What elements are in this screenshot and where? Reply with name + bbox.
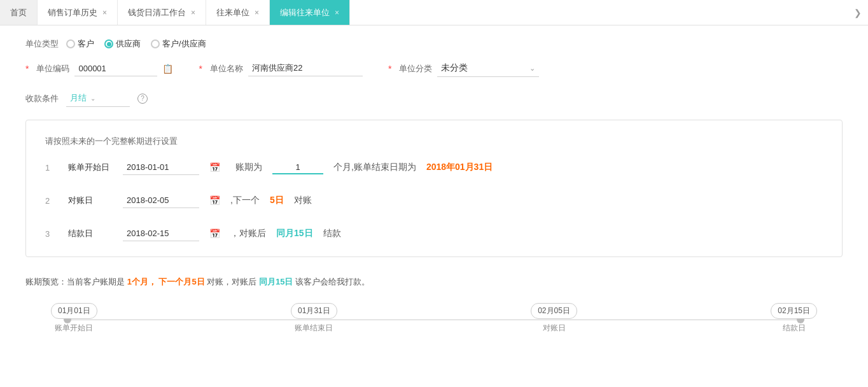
bubble-3: 02月05日	[531, 303, 577, 319]
radio-circle-customer	[66, 39, 75, 48]
main-content: 单位类型 客户 供应商 客户/供应商 * 单位编码 📋 * 单位名称	[0, 25, 868, 387]
period-input[interactable]	[272, 161, 323, 174]
reconcile-suffix: 对账	[294, 195, 312, 206]
preview-end: 该客户会给我打款。	[295, 277, 370, 286]
timeline-point-1: 01月01日 账单开始日	[51, 303, 97, 334]
timeline-point-4: 02月15日 结款日	[771, 303, 817, 334]
unit-code-input[interactable]	[74, 61, 157, 76]
unit-name-input[interactable]	[248, 61, 363, 76]
tab-close-edit[interactable]: ×	[335, 8, 339, 17]
payment-suffix: 结款	[323, 228, 341, 239]
unit-fields-row: * 单位编码 📋 * 单位名称 * 单位分类 未分类 ⌄	[25, 60, 843, 77]
date-input-2[interactable]	[123, 193, 199, 208]
row-label-1: 账单开始日	[68, 162, 113, 173]
timeline-points: 01月01日 账单开始日 01月31日 账单结束日 02月05日 对账日	[51, 303, 817, 334]
payment-prefix: ，对账后	[230, 228, 266, 239]
unit-category-label: 单位分类	[399, 63, 432, 74]
payment-day: 同月15日	[276, 228, 313, 239]
bubble-2: 01月31日	[291, 303, 337, 319]
preview-section: 账期预览：当前客户账期是 1个月， 下一个月5日 对账，对账后 同月15日 该客…	[25, 270, 843, 372]
payment-row: 收款条件 月结 ⌄ ?	[25, 90, 843, 107]
category-arrow-icon: ⌄	[529, 64, 535, 73]
sublabel-2: 账单结束日	[295, 323, 333, 334]
bubble-4: 02月15日	[771, 303, 817, 319]
sublabel-3: 对账日	[543, 323, 566, 334]
unit-name-group: * 单位名称	[199, 61, 362, 76]
unit-type-label: 单位类型	[25, 38, 59, 50]
date-input-1[interactable]	[123, 160, 199, 175]
date-input-3[interactable]	[123, 226, 199, 241]
settings-title: 请按照未来的一个完整帐期进行设置	[45, 136, 823, 147]
row-label-3: 结款日	[68, 228, 113, 239]
tab-chevron[interactable]: ❯	[848, 0, 868, 25]
radio-supplier[interactable]: 供应商	[104, 38, 141, 50]
radio-circle-supplier	[104, 39, 113, 48]
settings-row-1: 1 账单开始日 📅 账期为 个月,账单结束日期为 2018年01月31日	[45, 160, 823, 175]
tab-sales-history[interactable]: 销售订单历史 ×	[38, 0, 118, 25]
end-date-highlight: 2018年01月31日	[426, 162, 493, 173]
preview-part2: 下一个月5日	[158, 277, 204, 286]
row-num-1: 1	[45, 163, 58, 172]
calendar-icon-2[interactable]: 📅	[209, 195, 220, 206]
tab-home[interactable]: 首页	[0, 0, 38, 25]
unit-name-label: 单位名称	[210, 63, 243, 74]
radio-group: 客户 供应商 客户/供应商	[66, 38, 206, 50]
tab-edit-partner[interactable]: 编辑往来单位 ×	[270, 0, 350, 25]
sublabel-4: 结款日	[783, 323, 806, 334]
radio-customer[interactable]: 客户	[66, 38, 94, 50]
period-suffix: 个月,账单结束日期为	[333, 162, 416, 173]
reconcile-day: 5日	[270, 195, 284, 206]
unit-category-dropdown[interactable]: 未分类 ⌄	[437, 60, 539, 77]
calendar-icon-3[interactable]: 📅	[209, 229, 220, 239]
calendar-icon-code[interactable]: 📋	[162, 64, 173, 74]
tab-close-cash[interactable]: ×	[191, 8, 195, 17]
row-num-2: 2	[45, 196, 58, 206]
period-prefix: 账期为	[235, 162, 262, 173]
tab-close-partner[interactable]: ×	[255, 8, 259, 17]
timeline-point-2: 01月31日 账单结束日	[291, 303, 337, 334]
payment-arrow-icon: ⌄	[90, 95, 95, 102]
radio-circle-both	[151, 39, 160, 48]
radio-both[interactable]: 客户/供应商	[151, 38, 206, 50]
calendar-icon-1[interactable]: 📅	[209, 162, 220, 172]
preview-text: 账期预览：当前客户账期是 1个月， 下一个月5日 对账，对账后 同月15日 该客…	[25, 276, 843, 288]
tab-close-sales[interactable]: ×	[102, 8, 107, 17]
payment-label: 收款条件	[25, 93, 59, 104]
unit-category-group: * 单位分类 未分类 ⌄	[388, 60, 539, 77]
preview-middle: 对账，对账后	[207, 277, 256, 286]
tab-partner[interactable]: 往来单位 ×	[206, 0, 270, 25]
preview-part1: 1个月，	[127, 277, 157, 286]
timeline-point-3: 02月05日 对账日	[531, 303, 577, 334]
settings-row-2: 2 对账日 📅 ,下一个 5日 对账	[45, 193, 823, 208]
row-num-3: 3	[45, 229, 58, 239]
row-label-2: 对账日	[68, 195, 113, 206]
payment-dropdown[interactable]: 月结 ⌄	[66, 90, 130, 107]
timeline-wrapper: 01月01日 账单开始日 01月31日 账单结束日 02月05日 对账日	[25, 303, 843, 359]
preview-part3: 同月15日	[259, 277, 293, 286]
settings-row-3: 3 结款日 📅 ，对账后 同月15日 结款	[45, 226, 823, 241]
tab-cash-workbench[interactable]: 钱货日清工作台 ×	[118, 0, 206, 25]
payment-value: 月结	[70, 92, 87, 104]
unit-code-label: 单位编码	[36, 63, 69, 74]
bubble-1: 01月01日	[51, 303, 97, 319]
tab-bar: 首页 销售订单历史 × 钱货日清工作台 × 往来单位 × 编辑往来单位 × ❯	[0, 0, 868, 25]
unit-category-value: 未分类	[441, 62, 468, 74]
sublabel-1: 账单开始日	[55, 323, 93, 334]
settings-box: 请按照未来的一个完整帐期进行设置 1 账单开始日 📅 账期为 个月,账单结束日期…	[25, 120, 843, 257]
reconcile-prefix: ,下一个	[230, 195, 260, 206]
unit-code-group: * 单位编码 📋	[25, 61, 173, 76]
unit-type-row: 单位类型 客户 供应商 客户/供应商	[25, 38, 843, 50]
help-icon[interactable]: ?	[137, 94, 148, 104]
